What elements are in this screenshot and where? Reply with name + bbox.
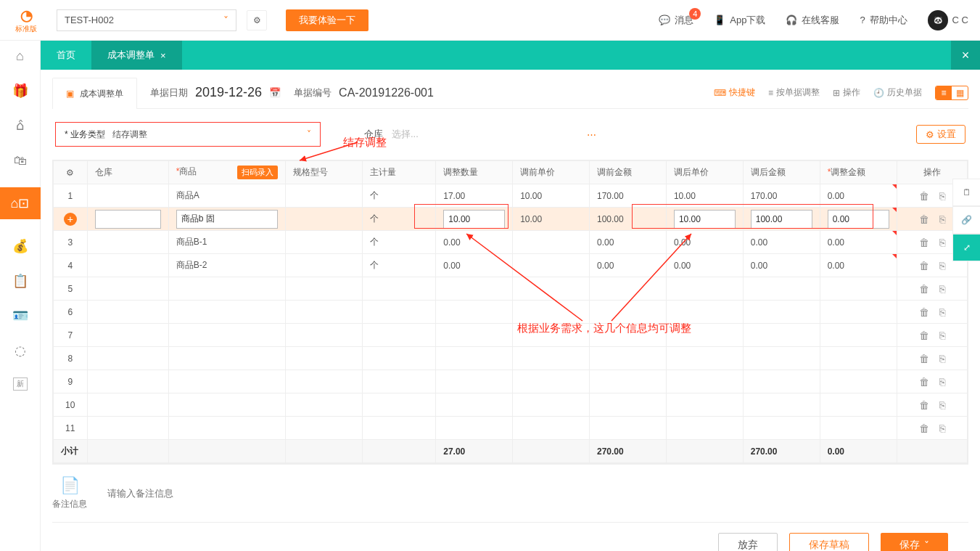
list-icon: ≡	[768, 88, 773, 98]
nav-idcard-icon[interactable]: 🪪	[12, 308, 28, 324]
biz-type-select[interactable]: * 业务类型 结存调整 ˅	[55, 122, 321, 147]
close-tab-icon[interactable]: ×	[160, 50, 166, 61]
nav-gift-icon[interactable]: 🎁	[12, 83, 28, 99]
view-grid-icon[interactable]: ▦	[952, 86, 968, 99]
table-row[interactable]: 8🗑⎘	[54, 347, 968, 370]
table-row[interactable]: 5🗑⎘	[54, 277, 968, 301]
shortcuts-button[interactable]: ⌨快捷键	[714, 86, 755, 99]
table-row[interactable]: 9🗑⎘	[54, 370, 968, 393]
post_price-cell-input[interactable]	[674, 210, 736, 229]
copy-row-icon[interactable]: ⎘	[939, 190, 945, 202]
ops-icon: ⊞	[833, 88, 840, 98]
code-value: CA-20191226-001	[339, 86, 434, 99]
date-value[interactable]: 2019-12-26	[195, 85, 262, 100]
logo-subtext: 标准版	[15, 24, 37, 34]
table-row[interactable]: 7🗑⎘	[54, 324, 968, 347]
nav-money-icon[interactable]: 💰	[12, 238, 28, 254]
data-table: ⚙ 仓库 *商品扫码录入 规格型号 主计量 调整数量 调前单价 调前金额 调后单…	[52, 160, 968, 464]
delete-row-icon[interactable]: 🗑	[919, 190, 929, 202]
delete-row-icon[interactable]: 🗑	[919, 399, 929, 411]
copy-row-icon[interactable]: ⎘	[939, 237, 945, 248]
help-button[interactable]: ? 帮助中心	[860, 14, 907, 27]
col-settings-cell[interactable]: ⚙	[54, 161, 88, 184]
table-row[interactable]: 6🗑⎘	[54, 301, 968, 324]
user-menu[interactable]: 🐼 C C	[928, 10, 968, 30]
copy-row-icon[interactable]: ⎘	[939, 330, 945, 341]
delete-row-icon[interactable]: 🗑	[919, 376, 929, 388]
delete-row-icon[interactable]: 🗑	[919, 330, 929, 341]
copy-row-icon[interactable]: ⎘	[939, 423, 945, 434]
page-tabs: 首页 成本调整单 × ×	[41, 41, 980, 70]
messages-button[interactable]: 💬 消息 4	[659, 14, 693, 27]
shop-selector[interactable]: TEST-H002 ˅	[57, 9, 236, 31]
column-settings-button[interactable]: ⚙ 设置	[916, 125, 965, 144]
warehouse-select[interactable]: 仓库 选择... ⋯	[364, 128, 873, 141]
document-type-tab[interactable]: ▣ 成本调整单	[52, 78, 137, 109]
remark-section: 📄 备注信息	[52, 464, 968, 522]
history-button[interactable]: 🕘历史单据	[873, 86, 922, 99]
dock-expand-icon[interactable]: ⤢	[952, 234, 980, 261]
nav-more-icon[interactable]: ◌	[12, 343, 28, 359]
tab-cost-adjust[interactable]: 成本调整单 ×	[91, 41, 182, 70]
close-all-button[interactable]: ×	[951, 41, 980, 70]
copy-row-icon[interactable]: ⎘	[939, 353, 945, 364]
qty-cell-input[interactable]	[443, 210, 505, 229]
service-button[interactable]: 🎧 在线客服	[786, 14, 839, 27]
delete-row-icon[interactable]: 🗑	[919, 283, 929, 295]
nav-house-icon[interactable]: ⌂̂	[12, 118, 28, 134]
ops-button[interactable]: ⊞操作	[833, 86, 860, 99]
nav-bag-icon[interactable]: 🛍	[12, 152, 28, 168]
col-pre-amt: 调前金额	[590, 161, 667, 184]
add-row-button[interactable]: +	[64, 213, 77, 226]
discard-button[interactable]: 放弃	[718, 533, 778, 551]
per-bill-button[interactable]: ≡按单据调整	[768, 86, 820, 99]
copy-row-icon[interactable]: ⎘	[939, 399, 945, 411]
delete-row-icon[interactable]: 🗑	[919, 423, 929, 434]
nav-new-icon[interactable]: 新	[13, 377, 28, 391]
save-draft-button[interactable]: 保存草稿	[789, 533, 869, 551]
table-row[interactable]: 10🗑⎘	[54, 393, 968, 417]
nav-home-icon[interactable]: ⌂	[12, 48, 28, 64]
table-row[interactable]: 11🗑⎘	[54, 417, 968, 440]
try-button[interactable]: 我要体验一下	[286, 9, 368, 31]
product-cell-input[interactable]	[176, 210, 278, 229]
dock-link-icon[interactable]: 🔗	[952, 206, 980, 234]
view-toggle[interactable]: ≡ ▦	[935, 86, 968, 100]
copy-row-icon[interactable]: ⎘	[939, 213, 945, 225]
view-list-icon[interactable]: ≡	[936, 86, 952, 99]
table-row[interactable]: 1商品A个17.0010.00170.0010.00170.000.00🗑⎘	[54, 184, 968, 208]
calendar-icon[interactable]: 📅	[269, 87, 281, 98]
nav-clipboard-icon[interactable]: 📋	[12, 273, 28, 289]
note-icon: 📄	[60, 476, 80, 495]
copy-row-icon[interactable]: ⎘	[939, 376, 945, 388]
table-row[interactable]: 4商品B-2个0.000.000.000.000.00🗑⎘	[54, 254, 968, 277]
copy-row-icon[interactable]: ⎘	[939, 260, 945, 272]
delete-row-icon[interactable]: 🗑	[919, 237, 929, 248]
delete-row-icon[interactable]: 🗑	[919, 213, 929, 225]
copy-row-icon[interactable]: ⎘	[939, 306, 945, 318]
remark-input[interactable]	[107, 488, 968, 499]
col-post-amt: 调后金额	[743, 161, 820, 184]
warehouse-cell-input[interactable]	[95, 210, 161, 229]
settings-gear-button[interactable]: ⚙	[247, 10, 267, 30]
post_amt-cell-input[interactable]	[751, 210, 812, 229]
scan-badge[interactable]: 扫码录入	[237, 166, 278, 179]
table-row[interactable]: +个10.00100.00🗑⎘	[54, 208, 968, 231]
table-row[interactable]: 3商品B-1个0.000.000.000.000.00🗑⎘	[54, 231, 968, 254]
nav-warehouse-icon[interactable]: ⌂⊡	[0, 187, 41, 219]
tab-home[interactable]: 首页	[41, 41, 91, 70]
copy-row-icon[interactable]: ⎘	[939, 283, 945, 295]
delete-row-icon[interactable]: 🗑	[919, 260, 929, 272]
adj_amt-cell-input[interactable]	[828, 210, 889, 229]
delete-row-icon[interactable]: 🗑	[919, 353, 929, 364]
col-adj-qty: 调整数量	[436, 161, 513, 184]
table-subtotal-row: 小计 27.00 270.00 270.00 0.00	[54, 440, 968, 463]
dock-note-icon[interactable]: 🗒	[952, 179, 980, 206]
save-button[interactable]: 保存 ˅	[881, 533, 948, 551]
logo: ◔ 标准版	[12, 7, 41, 34]
app-download-button[interactable]: 📱 App下载	[714, 14, 765, 27]
main-area: ▣ 成本调整单 单据日期 2019-12-26 📅 单据编号 CA-201912…	[41, 70, 980, 551]
more-icon[interactable]: ⋯	[587, 129, 598, 140]
col-spec: 规格型号	[285, 161, 362, 184]
delete-row-icon[interactable]: 🗑	[919, 306, 929, 318]
